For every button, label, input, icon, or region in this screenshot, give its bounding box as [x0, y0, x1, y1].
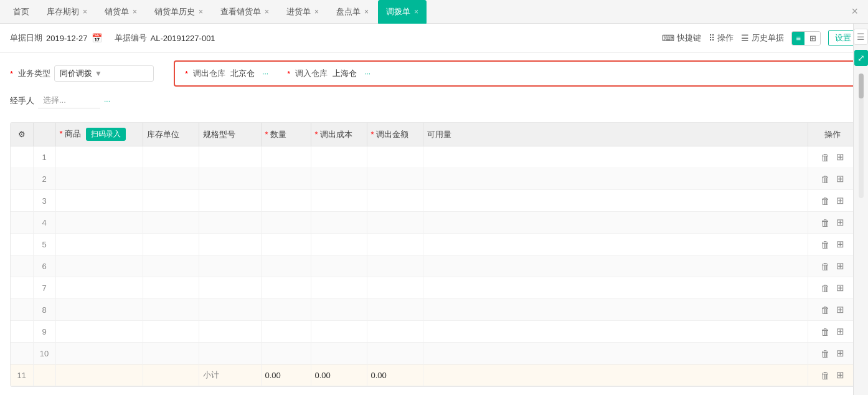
shortcut-action[interactable]: ⌨ 快捷键: [662, 32, 701, 44]
spec-cell[interactable]: [199, 255, 261, 277]
copy-icon[interactable]: ⊞: [835, 237, 846, 251]
delete-icon[interactable]: 🗑: [819, 260, 831, 273]
spec-cell[interactable]: [199, 168, 261, 190]
qty-cell[interactable]: [261, 190, 311, 212]
copy-icon[interactable]: ⊞: [835, 346, 846, 360]
unit-cell[interactable]: [143, 343, 199, 364]
tab-purchase-order[interactable]: 进货单 ×: [278, 0, 327, 24]
amount-cell[interactable]: [367, 277, 423, 299]
cost-cell[interactable]: [311, 255, 367, 277]
grid-view-btn[interactable]: ⊞: [806, 32, 820, 45]
tab-stocktake[interactable]: 盘点单 ×: [328, 0, 377, 24]
delete-icon[interactable]: 🗑: [819, 303, 831, 316]
product-cell[interactable]: [55, 168, 143, 190]
cost-cell[interactable]: [311, 146, 367, 168]
cost-cell[interactable]: [311, 299, 367, 321]
tab-sales-order[interactable]: 销货单 ×: [97, 0, 145, 24]
qty-cell[interactable]: [261, 321, 311, 343]
delete-icon[interactable]: 🗑: [819, 325, 831, 338]
spec-cell[interactable]: [199, 146, 261, 168]
amount-cell[interactable]: [367, 146, 423, 168]
warehouse-in-more[interactable]: ···: [364, 69, 370, 78]
scan-button[interactable]: 扫码录入: [86, 128, 126, 141]
unit-cell[interactable]: [143, 234, 199, 255]
amount-cell[interactable]: [367, 321, 423, 343]
copy-icon[interactable]: ⊞: [835, 150, 846, 164]
qty-cell[interactable]: [261, 168, 311, 190]
window-close-button[interactable]: ×: [846, 5, 863, 18]
copy-icon[interactable]: ⊞: [835, 281, 846, 295]
tab-close-sales[interactable]: ×: [133, 7, 137, 16]
product-cell[interactable]: [55, 255, 143, 277]
list-view-btn[interactable]: ≡: [792, 32, 804, 45]
copy-icon[interactable]: ⊞: [835, 194, 846, 207]
delete-icon[interactable]: 🗑: [819, 347, 831, 360]
tab-close-view-sales[interactable]: ×: [265, 7, 269, 16]
unit-cell[interactable]: [143, 212, 199, 234]
tab-inventory-init[interactable]: 库存期初 ×: [39, 0, 95, 24]
warehouse-out-more[interactable]: ···: [262, 69, 268, 78]
cost-cell[interactable]: [311, 343, 367, 364]
cost-cell[interactable]: [311, 190, 367, 212]
qty-cell[interactable]: [261, 299, 311, 321]
spec-cell[interactable]: [199, 212, 261, 234]
copy-icon[interactable]: ⊞: [835, 259, 846, 273]
tab-close-purchase[interactable]: ×: [314, 7, 319, 16]
copy-icon[interactable]: ⊞: [835, 368, 846, 382]
tab-transfer[interactable]: 调拨单 ×: [378, 0, 427, 24]
product-cell[interactable]: [55, 343, 143, 364]
qty-cell[interactable]: [261, 277, 311, 299]
product-cell[interactable]: [55, 234, 143, 255]
spec-cell[interactable]: [199, 343, 261, 364]
settings-col-header[interactable]: ⚙: [11, 123, 33, 146]
tab-close-inventory[interactable]: ×: [83, 7, 87, 16]
tab-close-transfer[interactable]: ×: [414, 7, 418, 16]
spec-cell[interactable]: [199, 299, 261, 321]
handler-select[interactable]: 选择...: [38, 93, 100, 108]
calendar-icon[interactable]: 📅: [92, 33, 102, 43]
cost-cell[interactable]: [311, 168, 367, 190]
product-cell[interactable]: [55, 146, 143, 168]
delete-icon[interactable]: 🗑: [819, 369, 831, 382]
unit-cell[interactable]: [143, 299, 199, 321]
spec-cell[interactable]: [199, 321, 261, 343]
copy-icon[interactable]: ⊞: [835, 303, 846, 316]
document-icon[interactable]: ☰: [854, 29, 868, 45]
cost-cell[interactable]: [311, 234, 367, 255]
amount-cell[interactable]: [367, 212, 423, 234]
tab-view-sales[interactable]: 查看销货单 ×: [212, 0, 277, 24]
product-cell[interactable]: [55, 321, 143, 343]
handler-more[interactable]: ···: [104, 97, 110, 105]
expand-icon[interactable]: ⤢: [854, 50, 868, 66]
delete-icon[interactable]: 🗑: [819, 194, 831, 207]
tab-home[interactable]: 首页: [5, 0, 37, 24]
product-cell[interactable]: [55, 299, 143, 321]
spec-cell[interactable]: [199, 277, 261, 299]
spec-cell[interactable]: [199, 190, 261, 212]
unit-cell[interactable]: [143, 190, 199, 212]
delete-icon[interactable]: 🗑: [819, 151, 831, 164]
copy-icon[interactable]: ⊞: [835, 172, 846, 186]
business-type-select[interactable]: 同价调拨 ▼: [54, 65, 154, 82]
cost-cell[interactable]: [311, 321, 367, 343]
amount-cell[interactable]: [367, 234, 423, 255]
amount-cell[interactable]: [367, 190, 423, 212]
tab-close-stocktake[interactable]: ×: [364, 7, 369, 16]
delete-icon[interactable]: 🗑: [819, 282, 831, 295]
delete-icon[interactable]: 🗑: [819, 238, 831, 251]
delete-icon[interactable]: 🗑: [819, 173, 831, 186]
unit-cell[interactable]: [143, 277, 199, 299]
product-cell[interactable]: [55, 212, 143, 234]
tab-sales-history[interactable]: 销货单历史 ×: [146, 0, 211, 24]
qty-cell[interactable]: [261, 212, 311, 234]
tab-close-history[interactable]: ×: [199, 7, 203, 16]
spec-cell[interactable]: [199, 234, 261, 255]
copy-icon[interactable]: ⊞: [835, 325, 846, 338]
amount-cell[interactable]: [367, 299, 423, 321]
qty-cell[interactable]: [261, 234, 311, 255]
amount-cell[interactable]: [367, 255, 423, 277]
product-cell[interactable]: [55, 277, 143, 299]
unit-cell[interactable]: [143, 146, 199, 168]
unit-cell[interactable]: [143, 168, 199, 190]
unit-cell[interactable]: [143, 321, 199, 343]
